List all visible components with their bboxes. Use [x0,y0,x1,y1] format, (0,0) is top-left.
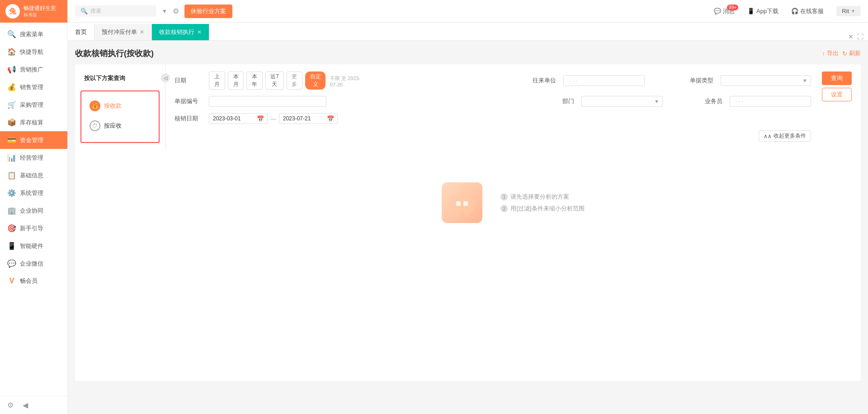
sidebar-item-capital[interactable]: 💳 资金管理 [0,131,67,149]
left-panel-title: 按以下方案查询 [80,71,160,85]
export-label: 导出 [827,49,839,57]
message-icon: 💬 [714,8,721,14]
settings-footer-icon[interactable]: ⚙ [7,401,14,409]
title-actions: ↑ 导出 ↻ 刷新 [822,49,861,57]
sidebar-item-purchase[interactable]: 🛒 采购管理 [0,96,67,114]
svg-rect-1 [456,201,461,206]
app-download-label: App下载 [756,7,778,15]
refresh-icon: ↻ [842,50,847,57]
calendar-start-icon: 📅 [257,115,264,122]
dropdown-chevron-icon[interactable]: ▼ [162,8,167,14]
wechat-icon: 💬 [7,259,16,268]
tab-prepay[interactable]: 预付冲应付单 ✕ [94,24,152,40]
collapse-sidebar-icon[interactable]: ◀ [23,401,28,409]
empty-hints: 1 请先选择要分析的方案 2 用[过滤]条件来缩小分析范围 [500,191,584,214]
system-icon: ⚙️ [7,189,16,197]
svg-point-7 [459,190,465,196]
user-name: Rit [842,8,849,14]
custom-date-btn[interactable]: 自定义 [305,71,326,90]
home-icon: 🏠 [7,48,16,56]
query-options-box: 💰 按收款 ⏱ 按应收 [80,90,160,143]
sidebar-item-label: 销售管理 [20,83,43,91]
query-button[interactable]: 查询 [822,71,852,85]
tab-collection[interactable]: 收款核销执行 ✕ [152,24,209,40]
by-receivable-icon: ⏱ [90,120,100,131]
header-message[interactable]: 💬 消息 99+ [714,7,735,15]
hint-num-1: 1 [500,193,508,200]
hint-text-1: 请先选择要分析的方案 [510,191,569,203]
service-icon: 🎧 [791,8,798,14]
purchase-icon: 🛒 [7,100,16,109]
prev-month-btn[interactable]: 上月 [209,71,225,90]
empty-state-content: 1 请先选择要分析的方案 2 用[过滤]条件来缩小分析范围 [442,182,584,223]
query-option-by-collection[interactable]: 💰 按收款 [85,97,155,115]
header-gear-icon[interactable]: ⚙ [173,7,179,15]
sidebar-item-operations[interactable]: 📊 经营管理 [0,149,67,167]
voucher-type-select[interactable] [721,75,811,86]
filter-actions: 查询 设置 [816,71,852,146]
svg-rect-2 [463,201,468,206]
voucher-no-input[interactable] [209,96,326,107]
refresh-button[interactable]: ↻ 刷新 [842,49,861,57]
header-online-service[interactable]: 🎧 在线客服 [791,7,824,15]
verify-date-start-wrap: 📅 [209,113,268,124]
more-date-btn[interactable]: 更多 [287,71,303,90]
settings-button[interactable]: 设置 [822,88,852,101]
header-app-download[interactable]: 📱 App下载 [747,7,778,15]
query-option-by-receivable[interactable]: ⏱ 按应收 [85,117,155,135]
empty-hint-1: 1 请先选择要分析的方案 [500,191,584,203]
dept-select[interactable] [581,96,663,107]
counterpart-ellipsis-btn[interactable]: ··· [563,75,645,86]
sidebar-item-label: 资金管理 [20,136,43,144]
sidebar-item-member[interactable]: V 畅会员 [0,272,67,290]
this-month-btn[interactable]: 本月 [228,71,244,90]
sidebar-item-hardware[interactable]: 📱 智能硬件 [0,237,67,255]
filter-row-3: 核销日期 📅 — 📅 [175,113,811,124]
sidebar-item-wechat[interactable]: 💬 企业微信 [0,255,67,272]
app-name: 畅捷通好生意 [24,5,56,12]
collapse-chevron-icon: ∧∧ [764,133,772,139]
this-year-btn[interactable]: 本年 [246,71,263,90]
sidebar-item-guide[interactable]: 🎯 新手引导 [0,219,67,237]
export-button[interactable]: ↑ 导出 [822,49,839,57]
sidebar-item-quick-nav[interactable]: 🏠 快捷导航 [0,43,67,61]
verify-date-end-wrap: 📅 [279,113,338,124]
tab-close-action-icon[interactable]: ✕ [848,33,854,40]
sidebar-item-enterprise[interactable]: 🏢 企业协同 [0,202,67,219]
header-search-box[interactable]: 🔍 搜索 [75,5,156,17]
sidebar-item-inventory[interactable]: 📦 库存核算 [0,114,67,131]
sidebar-item-basic-info[interactable]: 📋 基础信息 [0,167,67,184]
tab-prepay-close-icon[interactable]: ✕ [140,29,144,35]
sidebar-item-system[interactable]: ⚙️ 系统管理 [0,184,67,202]
tab-actions: ✕ ⛶ [840,33,868,40]
search-placeholder-text: 搜索 [90,7,101,15]
industry-solution-button[interactable]: 休验行业方案 [184,5,232,18]
sidebar-item-label: 企业协同 [20,207,43,215]
sidebar-item-label: 搜索菜单 [20,30,43,38]
left-panel-collapse-button[interactable]: ◁ [161,73,170,82]
date-separator: — [270,115,276,122]
hint-text-2: 用[过滤]条件来缩小分析范围 [510,203,584,214]
collapse-more-label: 收起更多条件 [774,132,806,140]
member-icon: V [7,277,16,285]
tab-collection-close-icon[interactable]: ✕ [197,29,202,35]
date-sub-text: 不限 至 2023-07-26 [330,75,362,87]
staff-label: 业务员 [704,97,722,105]
staff-ellipsis-btn[interactable]: ··· [730,96,811,107]
last-7-days-btn[interactable]: 近7天 [265,71,284,90]
sidebar-item-label: 经营管理 [20,154,43,162]
sidebar-item-search[interactable]: 🔍 搜索菜单 [0,25,67,43]
page-title: 收款核销执行(按收款) [75,48,154,59]
enterprise-icon: 🏢 [7,206,16,215]
tab-home[interactable]: 首页 [68,24,94,40]
marketing-icon: 📢 [7,65,16,74]
header-user[interactable]: Rit ▼ [836,6,861,16]
date-options-group: 上月 本月 本年 近7天 更多 自定义 不限 至 2023-07-26 [209,71,362,90]
collapse-more-button[interactable]: ∧∧ 收起更多条件 [759,130,811,142]
sidebar-item-marketing[interactable]: 📢 营销推广 [0,61,67,78]
sidebar-item-label: 采购管理 [20,101,43,109]
page-content: 收款核销执行(按收款) ↑ 导出 ↻ 刷新 按以下方案查询 [68,41,868,414]
sidebar-item-sales[interactable]: 💰 销售管理 [0,78,67,96]
counterpart-label: 往来单位 [529,76,556,85]
tab-fullscreen-icon[interactable]: ⛶ [857,33,863,40]
